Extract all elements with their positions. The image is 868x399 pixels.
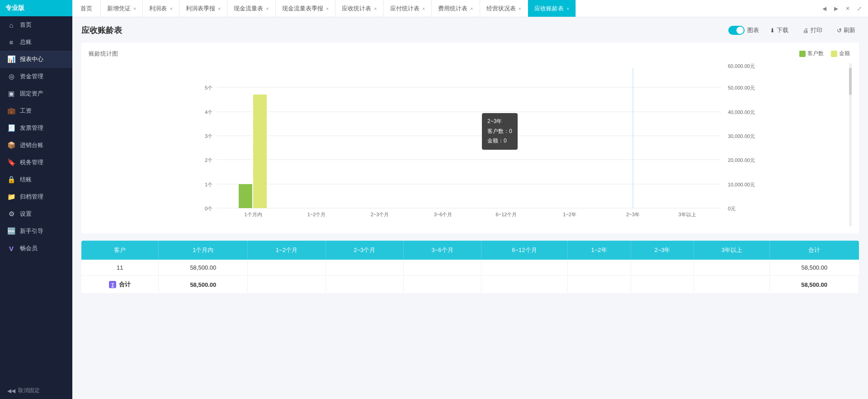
legend-customer: 客户数	[799, 50, 824, 57]
tab-payable-stat-close[interactable]: ×	[422, 6, 425, 11]
tab-cashflow-close[interactable]: ×	[266, 6, 269, 11]
tab-voucher[interactable]: 新增凭证 ×	[101, 0, 143, 17]
sidebar-item-label: 税务管理	[20, 158, 43, 166]
sidebar-item-vip[interactable]: V 畅会员	[0, 240, 72, 257]
funds-icon: ◎	[7, 72, 15, 81]
tab-aging[interactable]: 应收账龄表 ×	[528, 0, 576, 17]
tab-home-label: 首页	[80, 5, 92, 13]
sidebar-item-inventory[interactable]: 📦 进销台账	[0, 137, 72, 154]
tab-cashflow[interactable]: 现金流量表 ×	[227, 0, 275, 17]
sidebar-item-label: 工资	[20, 107, 32, 115]
tab-profit-quarter[interactable]: 利润表季报 ×	[179, 0, 227, 17]
svg-text:0个: 0个	[205, 206, 212, 211]
tabs-next-btn[interactable]: ▶	[831, 4, 841, 14]
sidebar-item-guide[interactable]: 🆕 新手引导	[0, 223, 72, 240]
footer-month3-6	[403, 276, 481, 294]
sidebar-item-salary[interactable]: 💼 工资	[0, 102, 72, 119]
table-row: 11 58,500.00 58,500.00	[81, 260, 859, 276]
tab-voucher-close[interactable]: ×	[133, 6, 136, 11]
chart-scrollbar-thumb[interactable]	[849, 68, 852, 95]
col-total: 合计	[770, 241, 859, 260]
chart-toggle[interactable]	[728, 26, 745, 35]
tab-expense-stat-close[interactable]: ×	[470, 6, 473, 11]
archive-icon: 📁	[7, 193, 15, 201]
sidebar-pin-toggle[interactable]: ◀◀ 取消固定	[0, 382, 72, 399]
tab-profit-quarter-label: 利润表季报	[186, 5, 215, 13]
chart-scrollbar[interactable]	[849, 63, 852, 226]
tab-profit[interactable]: 利润表 ×	[143, 0, 179, 17]
col-customer: 客户	[81, 241, 159, 260]
svg-text:50,000.00元: 50,000.00元	[728, 85, 755, 90]
footer-month1: 58,500.00	[159, 276, 248, 294]
sidebar-item-settings[interactable]: ⚙ 设置	[0, 205, 72, 223]
salary-icon: 💼	[7, 107, 15, 115]
sidebar-item-assets[interactable]: ▣ 固定资产	[0, 85, 72, 102]
refresh-btn[interactable]: ↺ 刷新	[833, 24, 859, 36]
footer-year3plus	[694, 276, 770, 294]
tab-receivable-stat[interactable]: 应收统计表 ×	[335, 0, 383, 17]
legend-customer-color	[799, 51, 806, 57]
footer-label-cell: ∑ 合计	[81, 276, 159, 294]
tab-profit-close[interactable]: ×	[170, 6, 172, 11]
sidebar-item-label: 固定资产	[20, 90, 43, 98]
col-month2-3: 2~3个月	[326, 241, 403, 260]
cell-customer: 11	[81, 260, 159, 276]
bar-customer-0[interactable]	[239, 184, 252, 208]
tab-cashflow-quarter-close[interactable]: ×	[326, 6, 329, 11]
tabs-close-btn[interactable]: ✕	[843, 4, 853, 14]
sidebar-item-archive[interactable]: 📁 归档管理	[0, 188, 72, 205]
tab-expense-stat[interactable]: 费用统计表 ×	[432, 0, 480, 17]
tab-profit-quarter-close[interactable]: ×	[218, 6, 221, 11]
chart-title: 账龄统计图	[89, 50, 852, 58]
sidebar-item-tax[interactable]: 🔖 税务管理	[0, 154, 72, 171]
sidebar-item-ledger[interactable]: ≡ 总账	[0, 33, 72, 51]
download-btn[interactable]: ⬇ 下载	[766, 24, 792, 36]
sidebar-item-label: 资金管理	[20, 72, 43, 81]
header-actions: 图表 ⬇ 下载 🖨 打印 ↺ 刷新	[728, 24, 859, 36]
tabs-expand-btn[interactable]: ⤢	[854, 4, 864, 14]
tab-home[interactable]: 首页	[72, 0, 101, 17]
sidebar: 专业版 ⌂ 首页 ≡ 总账 📊 报表中心 ◎ 资金管理 ▣ 固定资产 💼 工资 …	[0, 0, 72, 399]
footer-year2-3	[631, 276, 694, 294]
footer-month1-2	[248, 276, 326, 294]
svg-text:6~12个月: 6~12个月	[496, 212, 517, 217]
tab-receivable-stat-close[interactable]: ×	[374, 6, 377, 11]
svg-text:3个: 3个	[205, 133, 212, 139]
tab-payable-stat[interactable]: 应付统计表 ×	[384, 0, 432, 17]
chart-wrapper: 0个 1个 2个 3个 4个 5个 0元 10,000.00元 20,000.0…	[89, 63, 852, 226]
sidebar-item-closing[interactable]: 🔒 结账	[0, 171, 72, 188]
svg-text:2~3个月: 2~3个月	[371, 212, 389, 217]
svg-text:4个: 4个	[205, 109, 212, 115]
download-label: 下载	[777, 26, 788, 34]
footer-month2-3	[326, 276, 403, 294]
sidebar-item-reports[interactable]: 📊 报表中心	[0, 51, 72, 68]
chart-section: 账龄统计图 客户数 金额 0个 1个 2个 3个 4个	[81, 43, 859, 233]
svg-text:3年以上: 3年以上	[678, 212, 696, 217]
sidebar-item-funds[interactable]: ◎ 资金管理	[0, 68, 72, 85]
svg-text:5个: 5个	[205, 85, 212, 90]
tab-cashflow-label: 现金流量表	[234, 5, 263, 13]
sidebar-item-label: 设置	[20, 210, 32, 218]
page-title: 应收账龄表	[81, 25, 122, 36]
tab-cashflow-quarter[interactable]: 现金流量表季报 ×	[276, 0, 335, 17]
tabs-prev-btn[interactable]: ◀	[819, 4, 829, 14]
tab-operation[interactable]: 经营状况表 ×	[480, 0, 528, 17]
tab-operation-label: 经营状况表	[486, 5, 516, 13]
page-content: 应收账龄表 图表 ⬇ 下载 🖨 打印 ↺ 刷新	[72, 17, 868, 399]
sidebar-item-label: 归档管理	[20, 193, 43, 201]
tabs-bar: 首页 新增凭证 × 利润表 × 利润表季报 × 现金流量表 × 现金流量表季报 …	[72, 0, 868, 17]
sidebar-item-label: 首页	[20, 21, 32, 29]
sidebar-item-invoice[interactable]: 🧾 发票管理	[0, 119, 72, 137]
print-btn[interactable]: 🖨 打印	[799, 24, 826, 36]
tab-aging-label: 应收账龄表	[534, 5, 564, 13]
cell-month3-6	[403, 260, 481, 276]
tab-operation-close[interactable]: ×	[519, 6, 521, 11]
svg-text:1个月内: 1个月内	[244, 212, 262, 217]
sidebar-item-home[interactable]: ⌂ 首页	[0, 16, 72, 33]
reports-icon: 📊	[7, 55, 15, 63]
svg-text:40,000.00元: 40,000.00元	[728, 109, 755, 115]
tab-aging-close[interactable]: ×	[566, 6, 569, 11]
bar-amount-0[interactable]	[253, 95, 267, 208]
legend-customer-label: 客户数	[807, 50, 824, 57]
cell-month1: 58,500.00	[159, 260, 248, 276]
